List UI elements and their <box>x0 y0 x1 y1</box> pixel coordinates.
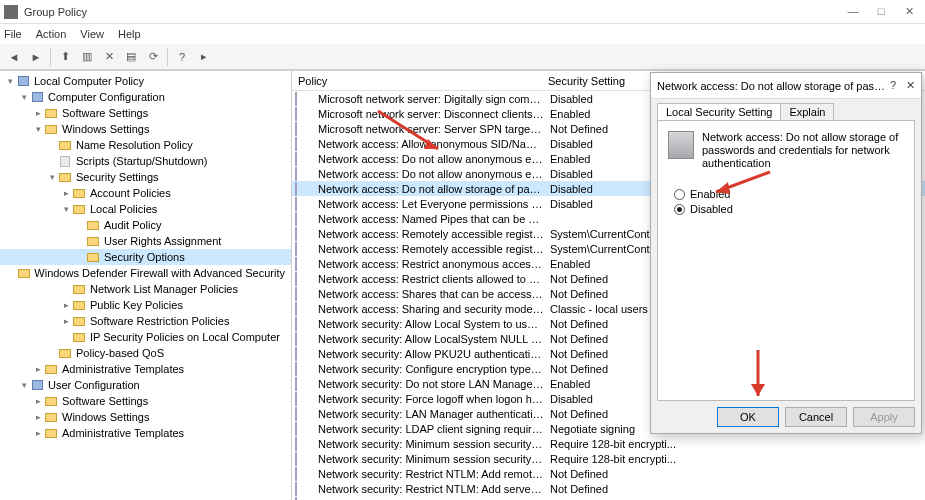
tree-label: Computer Configuration <box>48 91 165 103</box>
policy-icon <box>295 213 309 225</box>
column-policy[interactable]: Policy <box>292 75 542 87</box>
forward-button[interactable]: ► <box>26 47 46 67</box>
policy-name: Network security: Force logoff when logo… <box>312 393 544 405</box>
policy-icon <box>295 408 309 420</box>
dialog-description: Network access: Do not allow storage of … <box>702 131 904 170</box>
policy-name: Network access: Do not allow anonymous e… <box>312 168 544 180</box>
policy-row[interactable]: Network security: Restrict NTLM: Audit I… <box>292 496 925 500</box>
tree-node[interactable]: ▾Security Settings <box>0 169 291 185</box>
policy-name: Network security: LAN Manager authentica… <box>312 408 544 420</box>
policy-row[interactable]: Network security: Restrict NTLM: Add ser… <box>292 481 925 496</box>
menu-help[interactable]: Help <box>118 28 141 40</box>
tree-node[interactable]: ▾Computer Configuration <box>0 89 291 105</box>
menu-view[interactable]: View <box>80 28 104 40</box>
folder-icon <box>44 427 58 439</box>
policy-icon <box>295 273 309 285</box>
policy-icon <box>295 363 309 375</box>
policy-name: Network security: Restrict NTLM: Add rem… <box>312 468 544 480</box>
policy-row[interactable]: Network security: Restrict NTLM: Add rem… <box>292 466 925 481</box>
folder-icon <box>18 267 30 279</box>
tree-label: Windows Settings <box>62 123 149 135</box>
policy-name: Network access: Named Pipes that can be … <box>312 213 544 225</box>
folder-icon <box>72 299 86 311</box>
tree-pane[interactable]: ▾Local Computer Policy▾Computer Configur… <box>0 71 292 500</box>
tree-label: Local Computer Policy <box>34 75 144 87</box>
back-button[interactable]: ◄ <box>4 47 24 67</box>
policy-icon <box>295 423 309 435</box>
cancel-button[interactable]: Cancel <box>785 407 847 427</box>
folder-icon <box>72 187 86 199</box>
policy-icon <box>295 483 309 495</box>
apply-button[interactable]: Apply <box>853 407 915 427</box>
tree-node[interactable]: User Rights Assignment <box>0 233 291 249</box>
delete-button[interactable]: ✕ <box>99 47 119 67</box>
policy-name: Network security: Allow LocalSystem NULL… <box>312 333 544 345</box>
policy-icon <box>295 198 309 210</box>
dialog-help-button[interactable]: ? <box>890 79 896 92</box>
tree-node[interactable]: Windows Defender Firewall with Advanced … <box>0 265 291 281</box>
tree-node[interactable]: ▸Administrative Templates <box>0 425 291 441</box>
policy-row[interactable]: Network security: Minimum session securi… <box>292 451 925 466</box>
tree-label: Administrative Templates <box>62 427 184 439</box>
policy-setting: Not Defined <box>544 483 925 495</box>
extra-button[interactable]: ▸ <box>194 47 214 67</box>
close-button[interactable]: ✕ <box>901 5 917 18</box>
up-button[interactable]: ⬆ <box>55 47 75 67</box>
menu-file[interactable]: File <box>4 28 22 40</box>
help-button[interactable]: ? <box>172 47 192 67</box>
window-controls: — □ ✕ <box>845 5 921 18</box>
policy-row[interactable]: Network security: Minimum session securi… <box>292 436 925 451</box>
tree-node[interactable]: ▸Software Settings <box>0 105 291 121</box>
policy-icon <box>295 138 309 150</box>
tree-label: User Rights Assignment <box>104 235 221 247</box>
tree-node[interactable]: Policy-based QoS <box>0 345 291 361</box>
radio-enabled[interactable]: Enabled <box>674 188 904 200</box>
tree-node[interactable]: ▸Public Key Policies <box>0 297 291 313</box>
tree-node[interactable]: Name Resolution Policy <box>0 137 291 153</box>
tree-label: Network List Manager Policies <box>90 283 238 295</box>
policy-icon <box>295 348 309 360</box>
policy-name: Network security: Minimum session securi… <box>312 438 544 450</box>
ok-button[interactable]: OK <box>717 407 779 427</box>
policy-icon <box>295 243 309 255</box>
tree-node[interactable]: ▾Local Policies <box>0 201 291 217</box>
tree-node[interactable]: ▾User Configuration <box>0 377 291 393</box>
dialog-title-bar[interactable]: Network access: Do not allow storage of … <box>651 73 921 99</box>
computer-icon <box>16 75 30 87</box>
policy-icon <box>295 393 309 405</box>
tree-node[interactable]: ▸Administrative Templates <box>0 361 291 377</box>
show-hide-button[interactable]: ▥ <box>77 47 97 67</box>
tree-node[interactable]: ▸Windows Settings <box>0 409 291 425</box>
policy-icon <box>295 318 309 330</box>
maximize-button[interactable]: □ <box>873 5 889 18</box>
tree-node[interactable]: Security Options <box>0 249 291 265</box>
tree-node[interactable]: Audit Policy <box>0 217 291 233</box>
tree-node[interactable]: ▸Software Restriction Policies <box>0 313 291 329</box>
tree-node[interactable]: ▾Local Computer Policy <box>0 73 291 89</box>
minimize-button[interactable]: — <box>845 5 861 18</box>
tree-node[interactable]: IP Security Policies on Local Computer <box>0 329 291 345</box>
tree-node[interactable]: ▸Software Settings <box>0 393 291 409</box>
policy-name: Network access: Do not allow anonymous e… <box>312 153 544 165</box>
refresh-button[interactable]: ⟳ <box>143 47 163 67</box>
tree-node[interactable]: ▾Windows Settings <box>0 121 291 137</box>
policy-name: Network security: Configure encryption t… <box>312 363 544 375</box>
menu-action[interactable]: Action <box>36 28 67 40</box>
dialog-close-button[interactable]: ✕ <box>906 79 915 92</box>
policy-icon <box>295 108 309 120</box>
folder-icon <box>72 283 86 295</box>
tab-local-security-setting[interactable]: Local Security Setting <box>657 103 781 120</box>
tab-explain[interactable]: Explain <box>780 103 834 120</box>
properties-button[interactable]: ▤ <box>121 47 141 67</box>
policy-icon <box>295 438 309 450</box>
policy-name: Microsoft network server: Digitally sign… <box>312 93 544 105</box>
policy-name: Network access: Remotely accessible regi… <box>312 243 544 255</box>
policy-name: Network security: Allow PKU2U authentica… <box>312 348 544 360</box>
tree-node[interactable]: ▸Account Policies <box>0 185 291 201</box>
tree-node[interactable]: Scripts (Startup/Shutdown) <box>0 153 291 169</box>
policy-icon <box>295 288 309 300</box>
radio-disabled[interactable]: Disabled <box>674 203 904 215</box>
radio-disabled-label: Disabled <box>690 203 733 215</box>
tree-node[interactable]: Network List Manager Policies <box>0 281 291 297</box>
policy-icon <box>668 131 694 159</box>
